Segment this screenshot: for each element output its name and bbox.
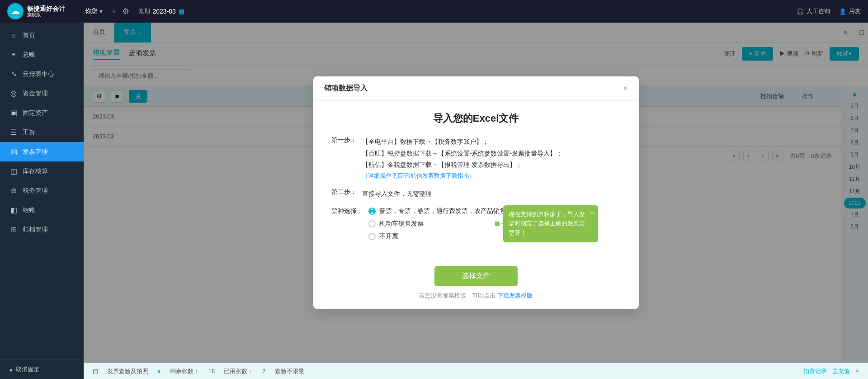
logo-text: 畅捷通好会计 旗舰版 <box>27 5 65 18</box>
headset-icon: 🎧 <box>797 8 804 15</box>
step2-text: 直接导入文件，无需整理 <box>362 190 432 197</box>
radio-motor-label: 机动车销售发票 <box>379 220 424 228</box>
ticket-options: 普票，专票，卷票，通行费发票，农产品销售发票 机动车销售发票 现在支持的票种多了… <box>368 207 519 241</box>
user-icon: 👤 <box>839 8 846 15</box>
import-title: 导入您的Excel文件 <box>331 112 621 125</box>
download-guide-link[interactable]: （详细操作见百旺/航信发票数据下载指南） <box>362 172 476 179</box>
step2-row: 第二步： 直接导入文件，无需整理 <box>331 188 621 199</box>
sidebar-item-fund[interactable]: ◎ 资金管理 <box>0 84 84 103</box>
account-arrow-icon: ▾ <box>99 8 103 15</box>
select-file-button[interactable]: 选择文件 <box>434 266 518 286</box>
sidebar: ⌂ 首页 ≡ 总账 ∿ 云报表中心 ◎ 资金管理 ▣ 固定资产 ☰ 工资 <box>0 23 84 379</box>
sidebar-item-report[interactable]: ∿ 云报表中心 <box>0 64 84 84</box>
download-template-link[interactable]: 下载发票模版 <box>497 292 533 299</box>
radio-none-circle <box>368 233 376 240</box>
step1-line3: 【航信】金税盘数据下载→【报税管理-发票数据导出】； <box>362 159 621 171</box>
remaining-label: 剩余张数： <box>170 367 199 375</box>
asset-icon: ▣ <box>9 109 18 117</box>
report-icon: ∿ <box>9 70 18 78</box>
modal-title: 销项数据导入 <box>324 84 368 93</box>
sidebar-item-ledger[interactable]: ≡ 总账 <box>0 45 84 64</box>
logo-main-text: 畅捷通好会计 <box>27 5 65 13</box>
sidebar-label-salary: 工资 <box>23 128 35 137</box>
consult-label: 人工咨询 <box>807 7 830 15</box>
fund-icon: ◎ <box>9 89 18 98</box>
status-invoice-icon: ▤ <box>93 368 98 374</box>
sidebar-item-inventory[interactable]: ◫ 库存核算 <box>0 161 84 181</box>
status-bar: ▤ 发票查验及拍照 ● 剩余张数： 18 已用张数： 2 查验不限量 扣费记录 … <box>84 363 868 379</box>
user-menu[interactable]: 👤 用友 <box>839 7 861 15</box>
tooltip-container: 现在支持的票种多了，导入发票时别忘了选择正确的发票类型呀！ × <box>495 205 598 242</box>
tax-icon: ⊕ <box>9 186 18 195</box>
settle-icon: ◧ <box>9 206 18 214</box>
inventory-icon: ◫ <box>9 167 18 175</box>
modal-header: 销项数据导入 × <box>313 76 639 101</box>
fee-record-link[interactable]: 扣费记录 <box>803 367 827 375</box>
sidebar-item-home[interactable]: ⌂ 首页 <box>0 26 84 45</box>
ticket-selection-row: 票种选择： 普票，专票，卷票，通行费发票，农产品销售发票 机动车销售发票 <box>331 207 621 241</box>
status-bar-right: 扣费记录 去充值 × <box>803 367 859 375</box>
step1-label: 第一步： <box>331 136 357 181</box>
sidebar-label-asset: 固定资产 <box>23 109 48 117</box>
status-badge: ● <box>157 368 161 374</box>
step1-link: （详细操作见百旺/航信发票数据下载指南） <box>362 171 621 181</box>
tooltip-text: 现在支持的票种多了，导入发票时别忘了选择正确的发票类型呀！ <box>509 210 585 236</box>
sidebar-label-archive: 归档管理 <box>23 226 48 234</box>
sidebar-label-inventory: 库存核算 <box>23 167 48 175</box>
sidebar-label-report: 云报表中心 <box>23 70 54 78</box>
import-modal: 销项数据导入 × 导入您的Excel文件 第一步： 【全电平台】数据下载→【税务… <box>313 76 639 308</box>
sidebar-scroll: ⌂ 首页 ≡ 总账 ∿ 云报表中心 ◎ 资金管理 ▣ 固定资产 ☰ 工资 <box>0 26 84 360</box>
modal-close-button[interactable]: × <box>623 84 628 93</box>
ticket-label: 票种选择： <box>331 207 363 215</box>
check-label: 查验不限量 <box>275 367 304 375</box>
period-display: 账期 2023-03 ▦ <box>138 7 184 15</box>
step1-row: 第一步： 【全电平台】数据下载→【税务数字账户】； 【百旺】税控盘数据下载→【系… <box>331 136 621 181</box>
sidebar-label-settle: 结账 <box>23 206 35 214</box>
account-name: 你您 <box>85 7 98 15</box>
ledger-icon: ≡ <box>9 51 18 59</box>
consult-button[interactable]: 🎧 人工咨询 <box>797 7 830 15</box>
step2-content: 直接导入文件，无需整理 <box>362 188 621 199</box>
used-value: 2 <box>262 368 265 374</box>
tooltip-close-button[interactable]: × <box>590 208 594 218</box>
recharge-link[interactable]: 去充值 <box>832 367 850 375</box>
tooltip-dot <box>495 222 500 226</box>
radio-motor[interactable]: 机动车销售发票 现在支持的票种多了，导入发票时别忘了选择正确的发票类型呀！ × <box>368 220 519 228</box>
radio-none-label: 不开票 <box>379 232 398 241</box>
home-icon: ⌂ <box>9 32 18 40</box>
archive-icon: ⊞ <box>9 225 18 234</box>
sidebar-item-salary[interactable]: ☰ 工资 <box>0 123 84 142</box>
tooltip-bubble: 现在支持的票种多了，导入发票时别忘了选择正确的发票类型呀！ × <box>503 205 598 242</box>
logo-sub-text: 旗舰版 <box>27 12 65 18</box>
sidebar-item-settle[interactable]: ◧ 结账 <box>0 200 84 220</box>
calendar-icon[interactable]: ▦ <box>179 8 184 15</box>
settings-icon[interactable]: ⚙ <box>122 6 129 16</box>
modal-note-text: 若您没有发票模版，可以点击 <box>419 292 495 299</box>
period-value: 2023-03 <box>153 8 176 15</box>
modal-body: 导入您的Excel文件 第一步： 【全电平台】数据下载→【税务数字账户】； 【百… <box>313 101 639 258</box>
step2-label: 第二步： <box>331 188 357 199</box>
sidebar-item-archive[interactable]: ⊞ 归档管理 <box>0 220 84 239</box>
step1-line2: 【百旺】税控盘数据下载→【系统设置-系统参数设置-发票批量导入】； <box>362 148 621 159</box>
sidebar-label-home: 首页 <box>23 32 35 40</box>
user-label: 用友 <box>849 7 861 15</box>
account-selector[interactable]: 你您 ▾ <box>85 7 103 15</box>
sidebar-bottom-label: 取消固定 <box>16 365 39 374</box>
step1-line1: 【全电平台】数据下载→【税务数字账户】； <box>362 136 621 147</box>
sidebar-item-asset[interactable]: ▣ 固定资产 <box>0 103 84 123</box>
sidebar-bottom-cancel-fixed[interactable]: ◂ 取消固定 <box>0 360 84 379</box>
app-logo: ☁ 畅捷通好会计 旗舰版 <box>7 3 80 19</box>
add-tab-button[interactable]: + <box>112 7 117 16</box>
step1-content: 【全电平台】数据下载→【税务数字账户】； 【百旺】税控盘数据下载→【系统设置-系… <box>362 136 621 181</box>
status-label: 发票查验及拍照 <box>107 367 148 375</box>
period-label: 账期 <box>138 7 150 15</box>
sidebar-item-invoice[interactable]: ▤ 发票管理 <box>0 142 84 161</box>
salary-icon: ☰ <box>9 128 18 137</box>
sidebar-item-tax[interactable]: ⊕ 税务管理 <box>0 181 84 200</box>
status-close-icon[interactable]: × <box>855 368 859 374</box>
sidebar-label-fund: 资金管理 <box>23 90 48 98</box>
sidebar-label-ledger: 总账 <box>23 51 35 59</box>
logo-icon: ☁ <box>7 3 24 19</box>
sidebar-label-tax: 税务管理 <box>23 187 48 195</box>
pin-icon: ◂ <box>9 366 12 373</box>
